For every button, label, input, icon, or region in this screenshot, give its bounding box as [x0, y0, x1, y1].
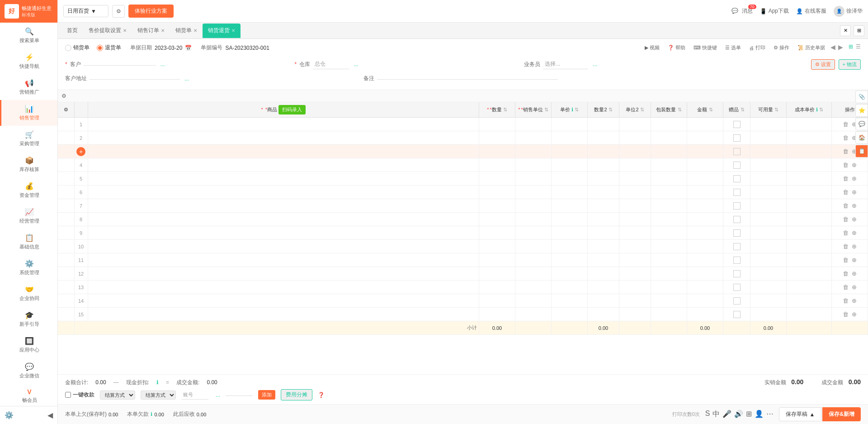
row-cost-cell[interactable]: [787, 308, 832, 321]
row-cost-cell[interactable]: [787, 131, 832, 145]
gift-checkbox[interactable]: [733, 216, 741, 223]
sidebar-item-vip[interactable]: V 畅会员: [0, 384, 57, 406]
row-goods-cell[interactable]: [88, 226, 479, 240]
row-amount-cell[interactable]: [687, 240, 723, 253]
row-amount-cell[interactable]: [687, 118, 723, 131]
row-unit-cell[interactable]: [515, 186, 552, 199]
row-goods-cell[interactable]: [88, 240, 479, 253]
tab-sales-return[interactable]: 销货退货 ✕: [203, 24, 241, 38]
row-amount-cell[interactable]: [687, 199, 723, 213]
row-amount-cell[interactable]: [687, 186, 723, 199]
row-unit2-cell[interactable]: [619, 294, 651, 308]
list-view-btn[interactable]: ☰: [856, 43, 861, 52]
row-goods-cell[interactable]: [88, 145, 479, 158]
row-delete-btn[interactable]: 🗑: [843, 121, 849, 128]
row-goods-cell[interactable]: [88, 294, 479, 308]
row-pack-cell[interactable]: [651, 213, 687, 226]
gift-checkbox[interactable]: [733, 311, 741, 318]
col-sort-qty2[interactable]: ⇅: [609, 107, 613, 112]
row-goods-cell[interactable]: [88, 186, 479, 199]
col-sort-qty[interactable]: ⇅: [503, 107, 507, 112]
row-delete-btn[interactable]: 🗑: [843, 297, 849, 304]
row-qty2-cell[interactable]: [588, 199, 619, 213]
row-gift-cell[interactable]: [723, 240, 750, 253]
row-goods-cell[interactable]: [88, 253, 479, 267]
row-price-cell[interactable]: [552, 172, 588, 186]
row-price-cell[interactable]: [552, 158, 588, 172]
message-badge[interactable]: 💬 70 消息: [731, 7, 752, 15]
gift-checkbox[interactable]: [733, 257, 741, 264]
row-pack-cell[interactable]: [651, 158, 687, 172]
row-qty2-cell[interactable]: [588, 253, 619, 267]
taskbar-zh-icon[interactable]: 中: [712, 410, 720, 419]
row-price-cell[interactable]: [552, 267, 588, 281]
row-gift-cell[interactable]: [723, 145, 750, 158]
row-delete-btn[interactable]: 🗑: [843, 284, 849, 291]
row-copy-btn[interactable]: ⊕: [852, 257, 857, 263]
cost-info-icon[interactable]: ℹ: [816, 107, 818, 112]
row-price-cell[interactable]: [552, 213, 588, 226]
price-info-icon[interactable]: ℹ: [571, 107, 573, 112]
row-unit-cell[interactable]: [515, 131, 552, 145]
row-unit2-cell[interactable]: [619, 308, 651, 321]
gift-checkbox[interactable]: [733, 189, 741, 196]
save-draft-button[interactable]: 保存草稿 ▲: [779, 407, 821, 421]
toolbar-gear-icon[interactable]: ⚙: [61, 93, 66, 99]
row-goods-cell[interactable]: [88, 199, 479, 213]
row-unit2-cell[interactable]: [619, 199, 651, 213]
row-unit-cell[interactable]: [515, 118, 552, 131]
row-price-cell[interactable]: [552, 294, 588, 308]
row-copy-btn[interactable]: ⊕: [852, 270, 857, 277]
taskbar-voice-icon[interactable]: 🔊: [734, 410, 743, 419]
row-avail-cell[interactable]: [750, 118, 787, 131]
row-delete-btn[interactable]: 🗑: [843, 202, 849, 209]
tab-salesorder-close[interactable]: ✕: [161, 28, 165, 33]
sidebar-item-basic[interactable]: 📋 基础信息: [0, 229, 57, 255]
row-avail-cell[interactable]: [750, 199, 787, 213]
remark-input[interactable]: [377, 77, 558, 80]
sidebar-item-operations[interactable]: 📈 经营管理: [0, 203, 57, 229]
row-unit-cell[interactable]: [515, 158, 552, 172]
row-cost-cell[interactable]: [787, 172, 832, 186]
row-avail-cell[interactable]: [750, 308, 787, 321]
row-price-cell[interactable]: [552, 118, 588, 131]
sidebar-item-inventory[interactable]: 📦 库存核算: [0, 152, 57, 177]
row-avail-cell[interactable]: [750, 281, 787, 294]
next-record-btn[interactable]: ▶: [838, 43, 843, 52]
row-unit2-cell[interactable]: [619, 131, 651, 145]
help-btn[interactable]: ❓ 帮助: [665, 43, 688, 52]
add-logistics-button[interactable]: + 物流: [839, 59, 861, 70]
row-price-cell[interactable]: [552, 240, 588, 253]
row-avail-cell[interactable]: [750, 172, 787, 186]
row-cost-cell[interactable]: [787, 213, 832, 226]
customer-dots-btn[interactable]: ...: [160, 61, 165, 67]
print-btn[interactable]: 🖨 打印: [746, 43, 768, 52]
sidebar-item-wechat[interactable]: 💬 企业微信: [0, 358, 57, 384]
col-sort-pack[interactable]: ⇅: [678, 107, 682, 112]
row-qty-cell[interactable]: [479, 308, 515, 321]
row-cost-cell[interactable]: [787, 118, 832, 131]
col-sort-unit[interactable]: ⇅: [544, 107, 548, 112]
row-unit-cell[interactable]: [515, 308, 552, 321]
row-price-cell[interactable]: [552, 199, 588, 213]
row-cost-cell[interactable]: [787, 226, 832, 240]
row-unit-cell[interactable]: [515, 226, 552, 240]
gift-checkbox[interactable]: [733, 270, 741, 277]
row-delete-btn[interactable]: 🗑: [843, 270, 849, 277]
row-unit-cell[interactable]: [515, 253, 552, 267]
row-pack-cell[interactable]: [651, 145, 687, 158]
gift-checkbox[interactable]: [733, 202, 741, 210]
taskbar-more-icon[interactable]: ⋯: [766, 410, 774, 419]
row-amount-cell[interactable]: [687, 294, 723, 308]
prev-record-btn[interactable]: ◀: [830, 43, 835, 52]
row-goods-cell[interactable]: [88, 281, 479, 294]
gift-checkbox[interactable]: [733, 162, 741, 169]
taskbar-s-icon[interactable]: S: [705, 410, 710, 419]
row-qty-cell[interactable]: [479, 172, 515, 186]
goods-input[interactable]: [90, 148, 477, 155]
row-copy-btn[interactable]: ⊕: [852, 162, 857, 168]
row-gift-cell[interactable]: [723, 213, 750, 226]
row-copy-btn[interactable]: ⊕: [852, 202, 857, 209]
tab-return-close[interactable]: ✕: [231, 28, 235, 33]
calc-method-select[interactable]: 结算方式: [100, 391, 135, 400]
